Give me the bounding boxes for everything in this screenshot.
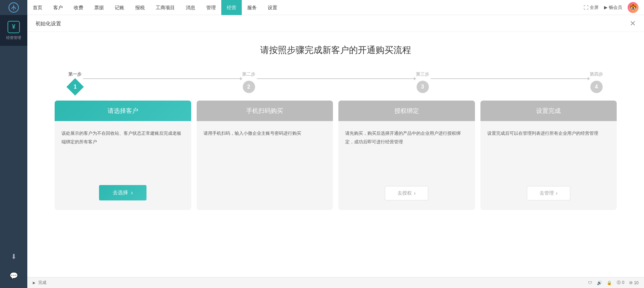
nav-item-customer[interactable]: 客户 xyxy=(48,0,68,15)
card-3-button-arrow: › xyxy=(414,190,416,196)
download-icon: ⬇ xyxy=(11,252,17,261)
card-2-body: 请用手机扫码，输入小微企业主账号密码进行购买 xyxy=(197,121,333,200)
support-icon: 💬 xyxy=(10,272,18,280)
steps-row: 第一步 1 第二步 2 xyxy=(55,71,617,93)
step-1-diamond: 1 xyxy=(66,78,84,96)
wizard-headline: 请按照步骤完成新客户的开通购买流程 xyxy=(55,44,617,56)
card-3-button-label: 去授权 xyxy=(397,190,412,196)
card-4-action-button[interactable]: 去管理 › xyxy=(527,186,570,200)
card-4-footer: 去管理 › xyxy=(480,186,617,210)
logo[interactable] xyxy=(0,0,27,15)
step-3-label: 第三步 xyxy=(416,71,429,77)
card-1-button-label: 去选择 xyxy=(113,189,128,196)
counter-0: ⓪ 0 xyxy=(617,280,624,286)
nav-item-message[interactable]: 消息 xyxy=(180,0,201,15)
card-3-body: 请先购买，购买后选择开通的产品中的企业用户进行授权绑定，成功后即可进行经营管理 xyxy=(338,121,475,186)
sidebar-item-support[interactable]: 💬 xyxy=(0,266,27,285)
step-1: 第一步 1 xyxy=(68,71,82,93)
step-2: 第二步 2 xyxy=(242,71,255,93)
step-3: 第三步 3 xyxy=(416,71,429,93)
shield-icon: 🛡 xyxy=(588,280,592,285)
step-4: 第四步 4 xyxy=(590,71,603,93)
card-1-action-button[interactable]: 去选择 › xyxy=(99,185,146,200)
counter-10: ⑩ 10 xyxy=(629,280,639,285)
step-4-circle: 4 xyxy=(590,81,603,93)
nav-item-settings[interactable]: 设置 xyxy=(262,0,283,15)
nav-item-invoice[interactable]: 票据 xyxy=(89,0,109,15)
card-3-header: 授权绑定 xyxy=(338,101,475,121)
lock-icon: 🔒 xyxy=(607,280,612,285)
card-2: 手机扫码购买 请用手机扫码，输入小微企业主账号密码进行购买 xyxy=(197,101,333,210)
sidebar-item-download[interactable]: ⬇ xyxy=(0,247,27,266)
fullscreen-button[interactable]: ⛶ 全屏 xyxy=(584,4,599,11)
connector-3-4 xyxy=(431,78,588,79)
card-1-body: 该处展示的客户为不在回收站、客户状态正常建账后完成老板端绑定的所有客户 xyxy=(55,121,191,185)
step-3-circle: 3 xyxy=(417,81,429,93)
nav-item-bookkeeping[interactable]: 记账 xyxy=(109,0,130,15)
cards-row: 请选择客户 该处展示的客户为不在回收站、客户状态正常建账后完成老板端绑定的所有客… xyxy=(55,101,617,210)
wizard-container: 请按照步骤完成新客户的开通购买流程 第一步 1 第二步 xyxy=(27,32,644,217)
card-2-footer xyxy=(197,200,333,210)
card-3: 授权绑定 请先购买，购买后选择开通的产品中的企业用户进行授权绑定，成功后即可进行… xyxy=(338,101,475,210)
step-1-label: 第一步 xyxy=(68,71,82,77)
step-2-circle: 2 xyxy=(243,81,255,93)
card-3-footer: 去授权 › xyxy=(338,186,475,210)
sidebar: ¥ 经营管理 ⬇ 💬 xyxy=(0,15,27,288)
card-4: 设置完成 设置完成后可以在管理列表进行所有企业用户的经营管理 去管理 › xyxy=(480,101,617,210)
operation-icon: ¥ xyxy=(8,21,20,33)
nav-item-home[interactable]: 首页 xyxy=(27,0,48,15)
sound-icon: 🔊 xyxy=(597,280,602,285)
card-4-body: 设置完成后可以在管理列表进行所有企业用户的经营管理 xyxy=(480,121,617,186)
connector-2-3 xyxy=(257,78,415,79)
sidebar-label-operation: 经营管理 xyxy=(6,35,21,40)
user-avatar[interactable]: 🐯 xyxy=(628,2,639,13)
nav-item-tax[interactable]: 报税 xyxy=(130,0,150,15)
nav-item-operation[interactable]: 经营 xyxy=(221,0,242,15)
top-nav: 首页 客户 收费 票据 记账 报税 工商项目 消息 管理 经营 服务 设置 ⛶ … xyxy=(0,0,644,15)
card-1-header: 请选择客户 xyxy=(55,101,191,121)
card-4-button-arrow: › xyxy=(556,190,558,196)
nav-right: ⛶ 全屏 ▶ 畅会员 🐯 xyxy=(584,2,644,13)
play-status-icon: ▶ xyxy=(33,281,36,285)
layout: ¥ 经营管理 ⬇ 💬 初始化设置 ✕ 请按照步骤完成新客户的开通购买流程 第一步 xyxy=(0,15,644,288)
connector-1-2 xyxy=(83,78,241,79)
status-text: 完成 xyxy=(38,280,46,286)
card-1: 请选择客户 该处展示的客户为不在回收站、客户状态正常建账后完成老板端绑定的所有客… xyxy=(55,101,191,210)
nav-item-manage[interactable]: 管理 xyxy=(201,0,221,15)
close-button[interactable]: ✕ xyxy=(630,20,636,27)
play-icon: ▶ xyxy=(604,5,607,10)
card-1-button-arrow: › xyxy=(131,189,133,196)
card-1-footer: 去选择 › xyxy=(55,185,191,210)
fullscreen-icon: ⛶ xyxy=(584,5,588,10)
card-4-button-label: 去管理 xyxy=(540,190,554,196)
nav-item-fee[interactable]: 收费 xyxy=(68,0,89,15)
vip-button[interactable]: ▶ 畅会员 xyxy=(604,4,622,11)
nav-item-business[interactable]: 工商项目 xyxy=(150,0,180,15)
page-title: 初始化设置 xyxy=(36,21,61,27)
sidebar-item-operation[interactable]: ¥ 经营管理 xyxy=(0,15,27,46)
card-4-header: 设置完成 xyxy=(480,101,617,121)
step-2-label: 第二步 xyxy=(242,71,255,77)
card-2-header: 手机扫码购买 xyxy=(197,101,333,121)
logo-icon xyxy=(8,2,19,13)
card-3-action-button[interactable]: 去授权 › xyxy=(385,186,428,200)
step-4-label: 第四步 xyxy=(590,71,603,77)
nav-items: 首页 客户 收费 票据 记账 报税 工商项目 消息 管理 经营 服务 设置 xyxy=(27,0,584,15)
main-content: 初始化设置 ✕ 请按照步骤完成新客户的开通购买流程 第一步 1 xyxy=(27,15,644,288)
status-bar-right: 🛡 🔊 🔒 ⓪ 0 ⑩ 10 xyxy=(588,280,639,286)
nav-item-service[interactable]: 服务 xyxy=(242,0,262,15)
page-header: 初始化设置 ✕ xyxy=(27,15,644,32)
status-bar: ▶ 完成 🛡 🔊 🔒 ⓪ 0 ⑩ 10 xyxy=(27,277,644,288)
